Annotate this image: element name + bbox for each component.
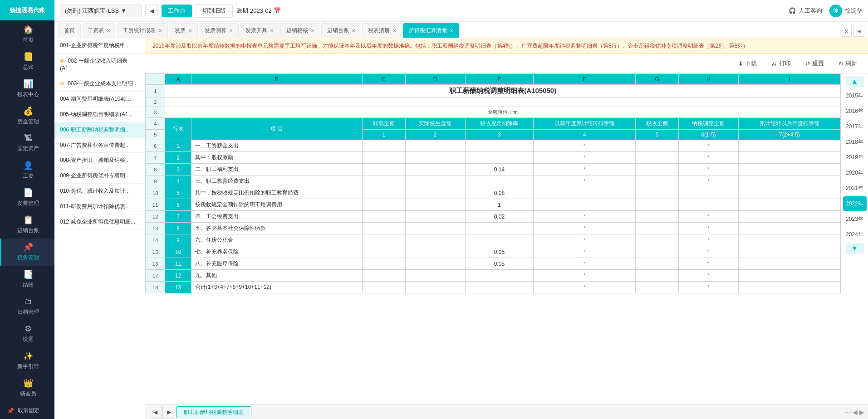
tab-home[interactable]: 首页 (58, 23, 81, 38)
table-row[interactable]: 10 5 其中：按税收规定比例扣除的职工教育经费 0.08 (146, 187, 841, 199)
left-item-004[interactable]: 004-期间费用明细表(A1040... (54, 92, 145, 107)
table-row[interactable]: 17 12 九、其他 * * (146, 270, 841, 282)
col2-cell[interactable] (405, 164, 465, 175)
col4-cell[interactable]: * (534, 258, 636, 270)
year-2022[interactable]: 2022年 (843, 196, 867, 211)
left-item-012[interactable]: 012-减免企业所得税优惠明细... (54, 214, 145, 230)
col4-cell[interactable]: * (534, 234, 636, 246)
support-button[interactable]: 🎧 人工客询 (789, 7, 822, 15)
sidebar-item-settings[interactable]: ⚙ 设置 (0, 320, 54, 347)
sheet-prev-button[interactable]: ◀ (149, 406, 162, 419)
col5-cell[interactable] (636, 258, 679, 270)
col3-cell[interactable]: 0.05 (465, 246, 534, 258)
sidebar-item-guide[interactable]: ✨ 新手引导 (0, 347, 54, 375)
year-2018[interactable]: 2018年 (843, 135, 867, 149)
sidebar-item-tax[interactable]: 📌 税务管理 (0, 239, 54, 266)
col1-cell[interactable] (363, 258, 406, 270)
sidebar-item-close[interactable]: 📑 结账 (0, 266, 54, 293)
col7-cell[interactable] (738, 270, 840, 282)
col7-cell[interactable] (738, 199, 840, 211)
col6-cell[interactable]: * (678, 152, 738, 164)
col5-cell[interactable] (636, 164, 679, 175)
tab-audit-close[interactable]: ✕ (311, 28, 314, 33)
table-row[interactable]: 8 3 二、职工福利支出 0.14 * * (146, 164, 841, 175)
left-item-006[interactable]: 006-职工薪酬纳税调整明细... (54, 122, 145, 138)
table-row[interactable]: 11 6 按税收规定全额扣除的职工培训费用 1 (146, 199, 841, 211)
col5-cell[interactable] (636, 282, 679, 293)
tab-tax-settle-close[interactable]: ✕ (450, 28, 453, 33)
table-row[interactable]: 12 7 四、工会经费支出 0.02 * * (146, 211, 841, 223)
tab-audit[interactable]: 进销稽核 ✕ (280, 23, 320, 38)
col1-cell[interactable] (363, 211, 406, 223)
tab-ledger-close[interactable]: ✕ (352, 28, 355, 33)
table-row[interactable]: 16 11 八、补充医疗保险 0.05 * * (146, 258, 841, 270)
sidebar-item-invoice[interactable]: 📄 发票管理 (0, 184, 54, 211)
col3-cell[interactable]: 1 (465, 199, 534, 211)
col2-cell[interactable] (405, 199, 465, 211)
col7-cell[interactable] (738, 282, 840, 293)
table-row[interactable]: 15 10 七、补充养老保险 0.05 * * (146, 246, 841, 258)
col4-cell[interactable]: * (534, 282, 636, 293)
col3-cell[interactable]: 0.05 (465, 258, 534, 270)
sidebar-item-archive[interactable]: 🗂 归档管理 (0, 293, 54, 320)
year-scroll-down-button[interactable]: ▼ (846, 243, 864, 254)
year-2021[interactable]: 2021年 (843, 181, 867, 195)
col1-cell[interactable] (363, 223, 406, 234)
col6-cell[interactable]: * (678, 164, 738, 175)
expand-tabs-button[interactable]: ⊞ (853, 26, 864, 37)
col6-cell[interactable]: * (678, 223, 738, 234)
print-button[interactable]: 🖨 打印 (768, 58, 794, 69)
col3-cell[interactable] (465, 175, 534, 187)
col3-cell[interactable] (465, 140, 534, 152)
col4-cell[interactable]: * (534, 152, 636, 164)
sidebar-item-funds[interactable]: 💰 资金管理 (0, 102, 54, 129)
col7-cell[interactable] (738, 140, 840, 152)
col2-cell[interactable] (405, 282, 465, 293)
sidebar-item-report[interactable]: 📊 报表中心 (0, 75, 54, 102)
col2-cell[interactable] (405, 152, 465, 164)
col1-cell[interactable] (363, 270, 406, 282)
col2-cell[interactable] (405, 187, 465, 199)
workspace-button[interactable]: 工作台 (162, 5, 192, 17)
col1-cell[interactable] (363, 199, 406, 211)
left-item-001[interactable]: 001-企业所得税年度纳税申... (54, 38, 145, 54)
tab-invoice-calc[interactable]: 发票测算 ✕ (199, 23, 239, 38)
col7-cell[interactable] (738, 223, 840, 234)
col1-cell[interactable] (363, 175, 406, 187)
left-item-005[interactable]: 005-纳税调整项目明细表(A1... (54, 107, 145, 122)
col4-cell[interactable]: * (534, 223, 636, 234)
tab-payroll[interactable]: 工资表 ✕ (82, 23, 116, 38)
col5-cell[interactable] (636, 223, 679, 234)
sidebar-item-salary[interactable]: 👤 工资 (0, 156, 54, 184)
tab-tax-table[interactable]: 税表清册 ✕ (362, 23, 402, 38)
col6-cell[interactable] (678, 187, 738, 199)
col6-cell[interactable]: * (678, 234, 738, 246)
col3-cell[interactable] (465, 152, 534, 164)
col4-cell[interactable]: * (534, 246, 636, 258)
tab-payroll-report[interactable]: 工资统计报表 ✕ (117, 23, 168, 38)
col2-cell[interactable] (405, 246, 465, 258)
year-2024[interactable]: 2024年 (843, 227, 867, 242)
year-scroll-up-button[interactable]: ▲ (846, 76, 864, 87)
col6-cell[interactable]: * (678, 211, 738, 223)
col5-cell[interactable] (636, 211, 679, 223)
left-item-007[interactable]: 007-广告费和业务宣传费超... (54, 138, 145, 153)
sidebar-item-assets[interactable]: 🏗 固定资产 (0, 129, 54, 156)
left-item-003[interactable]: ⊗ 003-一般企业成本支出明细... (54, 76, 145, 92)
col1-cell[interactable] (363, 234, 406, 246)
col1-cell[interactable] (363, 246, 406, 258)
table-row[interactable]: 9 4 三、职工教育经费支出 * * (146, 175, 841, 187)
left-item-008[interactable]: 008-资产折旧、摊销及纳税... (54, 153, 145, 168)
col4-cell[interactable]: * (534, 211, 636, 223)
tab-invoice[interactable]: 发票 ✕ (169, 23, 198, 38)
col2-cell[interactable] (405, 211, 465, 223)
year-2019[interactable]: 2019年 (843, 150, 867, 165)
col3-cell[interactable]: 0.08 (465, 187, 534, 199)
col5-cell[interactable] (636, 199, 679, 211)
year-2017[interactable]: 2017年 (843, 119, 867, 134)
sheet-options-icon[interactable]: ⋯ (844, 409, 851, 416)
col6-cell[interactable]: * (678, 140, 738, 152)
col7-cell[interactable] (738, 246, 840, 258)
col1-cell[interactable] (363, 164, 406, 175)
col7-cell[interactable] (738, 234, 840, 246)
